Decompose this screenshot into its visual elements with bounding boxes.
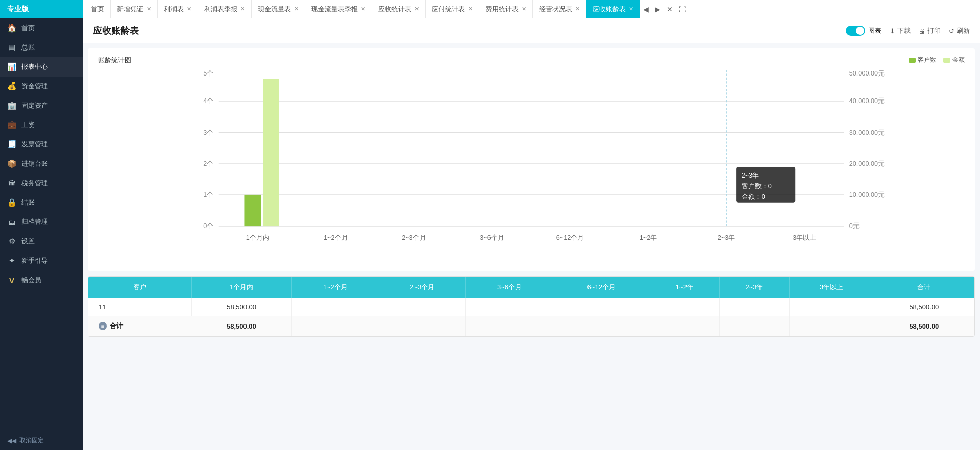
download-button[interactable]: ⬇ 下载: [890, 26, 911, 35]
sidebar-item-guide[interactable]: ✦ 新手引导: [0, 251, 83, 270]
tab-label: 费用统计表: [485, 5, 519, 14]
tax-icon: 🏛: [7, 179, 16, 188]
cell-total-m23: [379, 316, 466, 336]
col-y3plus: 3年以上: [789, 277, 874, 298]
vip-icon: V: [7, 276, 16, 285]
toggle-track[interactable]: [846, 26, 865, 36]
sidebar-item-label: 报表中心: [21, 62, 48, 71]
tab-cashflow-quarterly[interactable]: 现金流量表季报 ✕: [305, 0, 372, 18]
cell-y3plus: [789, 298, 874, 316]
sidebar-item-close[interactable]: 🔒 结账: [0, 193, 83, 212]
sidebar-item-home[interactable]: 🏠 首页: [0, 18, 83, 38]
refresh-label: 刷新: [957, 26, 970, 35]
sidebar-item-label: 总账: [21, 43, 35, 52]
cell-total-y12: [650, 316, 720, 336]
guide-icon: ✦: [7, 256, 16, 265]
tab-business[interactable]: 经营状况表 ✕: [533, 0, 586, 18]
cell-total-m36: [466, 316, 553, 336]
tab-prev-button[interactable]: ◀: [640, 0, 652, 18]
col-y23: 2~3年: [720, 277, 790, 298]
sidebar-item-fund[interactable]: 💰 资金管理: [0, 77, 83, 96]
sidebar-item-payroll[interactable]: 💼 工资: [0, 115, 83, 135]
cell-y12: [650, 298, 720, 316]
tab-next-button[interactable]: ▶: [652, 0, 664, 18]
invoice-icon: 🧾: [7, 140, 16, 149]
tab-close-icon[interactable]: ✕: [629, 6, 633, 12]
svg-text:客户数：0: 客户数：0: [742, 182, 772, 190]
sidebar-item-label: 设置: [21, 237, 35, 246]
sidebar-item-tax[interactable]: 🏛 税务管理: [0, 173, 83, 193]
total-label-text: 合计: [110, 321, 123, 331]
sidebar-item-report[interactable]: 📊 报表中心: [0, 57, 83, 77]
chart-legend: 客户数 金额: [909, 56, 965, 64]
tab-ar-aging[interactable]: 应收账龄表 ✕: [586, 0, 640, 18]
tab-close-icon[interactable]: ✕: [240, 6, 245, 12]
cell-m612: [553, 298, 650, 316]
tab-home[interactable]: 首页: [85, 0, 111, 18]
svg-text:2~3个月: 2~3个月: [402, 234, 426, 241]
print-button[interactable]: 🖨 打印: [919, 26, 941, 35]
toggle-label: 图表: [868, 26, 881, 35]
tab-close-icon[interactable]: ✕: [361, 6, 365, 12]
toggle-thumb: [856, 27, 864, 35]
legend-amount-color: [943, 58, 950, 63]
sidebar-item-invoice[interactable]: 🧾 发票管理: [0, 135, 83, 154]
sidebar-item-label: 畅会员: [21, 276, 41, 285]
col-customer: 客户: [88, 277, 191, 298]
tab-profit[interactable]: 利润表 ✕: [158, 0, 198, 18]
refresh-button[interactable]: ↺ 刷新: [949, 26, 970, 35]
sidebar-item-label: 发票管理: [21, 140, 48, 149]
sidebar-item-label: 归档管理: [21, 217, 48, 227]
legend-customers: 客户数: [909, 56, 936, 64]
cell-customer: 11: [88, 298, 191, 316]
sidebar-item-vip[interactable]: V 畅会员: [0, 270, 83, 290]
main-area: 首页 新增凭证 ✕ 利润表 ✕ 利润表季报 ✕ 现金流量表 ✕ 现金流量表季报 …: [83, 0, 980, 450]
sidebar-item-ledger[interactable]: ▤ 总账: [0, 38, 83, 57]
tab-profit-quarterly[interactable]: 利润表季报 ✕: [198, 0, 252, 18]
app-logo: 专业版: [0, 0, 83, 18]
chart-title: 账龄统计图: [98, 56, 965, 65]
legend-customers-color: [909, 58, 916, 63]
svg-text:3~6个月: 3~6个月: [480, 234, 504, 241]
tab-close-icon[interactable]: ✕: [146, 6, 151, 12]
tab-maximize-button[interactable]: ⛶: [676, 0, 689, 18]
bar-customers-0: [244, 195, 261, 226]
svg-text:20,000.00元: 20,000.00元: [849, 160, 885, 167]
svg-text:10,000.00元: 10,000.00元: [849, 191, 885, 198]
sidebar-item-archive[interactable]: 🗂 归档管理: [0, 212, 83, 232]
svg-text:1~2年: 1~2年: [640, 234, 657, 241]
tab-label: 应收统计表: [378, 5, 411, 14]
tab-close-icon[interactable]: ✕: [468, 6, 473, 12]
tab-voucher[interactable]: 新增凭证 ✕: [111, 0, 158, 18]
sidebar-item-sales[interactable]: 📦 进销台账: [0, 154, 83, 173]
svg-text:3个: 3个: [203, 129, 213, 136]
tab-close-icon[interactable]: ✕: [522, 6, 526, 12]
tab-ar-stats[interactable]: 应收统计表 ✕: [372, 0, 426, 18]
unpin-button[interactable]: ◀◀ 取消固定: [0, 431, 83, 450]
sidebar-item-settings[interactable]: ⚙ 设置: [0, 232, 83, 251]
svg-text:0元: 0元: [849, 222, 860, 230]
tab-close-all-button[interactable]: ✕: [664, 0, 676, 18]
table-header-row: 客户 1个月内 1~2个月 2~3个月 3~6个月 6~12个月 1~2年 2~…: [88, 277, 974, 298]
svg-text:5个: 5个: [203, 70, 213, 77]
tab-expense[interactable]: 费用统计表 ✕: [479, 0, 533, 18]
cell-total-label: ≡ 合计: [88, 316, 191, 336]
sidebar-item-asset[interactable]: 🏢 固定资产: [0, 96, 83, 115]
tab-ap-stats[interactable]: 应付统计表 ✕: [426, 0, 479, 18]
tab-close-icon[interactable]: ✕: [294, 6, 299, 12]
tab-close-icon[interactable]: ✕: [575, 6, 580, 12]
tab-cashflow[interactable]: 现金流量表 ✕: [252, 0, 305, 18]
cell-m23: [379, 298, 466, 316]
sales-icon: 📦: [7, 159, 16, 168]
sidebar-item-label: 进销台账: [21, 159, 48, 168]
svg-text:2个: 2个: [203, 160, 213, 167]
download-label: 下载: [897, 26, 911, 35]
tab-close-icon[interactable]: ✕: [414, 6, 419, 12]
col-m23: 2~3个月: [379, 277, 466, 298]
tab-close-icon[interactable]: ✕: [187, 6, 191, 12]
home-icon: 🏠: [7, 23, 16, 33]
total-icon: ≡: [99, 322, 107, 330]
cell-total: 58,500.00: [874, 298, 974, 316]
chart-toggle[interactable]: 图表: [846, 26, 881, 36]
page-header: 应收账龄表 图表 ⬇ 下载 🖨 打印 ↺ 刷新: [83, 18, 980, 43]
